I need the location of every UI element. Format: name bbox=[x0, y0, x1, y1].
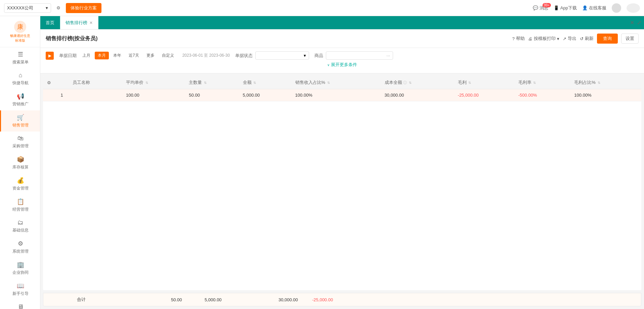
logo-icon: 康 bbox=[13, 20, 27, 34]
avatar[interactable] bbox=[612, 3, 621, 13]
table-settings-button[interactable]: 设置 bbox=[621, 34, 639, 44]
goods-ellipsis-icon[interactable]: ··· bbox=[386, 53, 390, 58]
gross-pct-sort-icon[interactable]: ⇅ bbox=[598, 81, 600, 85]
print-button[interactable]: 🖨 按模板打印 ▾ bbox=[528, 36, 559, 42]
page-header: 销售排行榜(按业务员) ? 帮助 🖨 按模板打印 ▾ ↗ 导出 bbox=[40, 30, 644, 48]
column-settings-icon[interactable]: ⚙ bbox=[47, 80, 51, 85]
sidebar-item-quicknav[interactable]: ⌂ 快捷导航 bbox=[0, 68, 40, 89]
tab-home-label: 首页 bbox=[46, 20, 54, 26]
col-name-label: 员工名称 bbox=[73, 80, 90, 85]
sidebar-item-basicinfo[interactable]: 🗂 基础信息 bbox=[0, 216, 40, 237]
amount-sort-icon[interactable]: ⇅ bbox=[253, 81, 256, 85]
arrow-right-icon: ▶ bbox=[48, 53, 51, 58]
tab-home[interactable]: 首页 bbox=[40, 16, 60, 29]
amount-value: 5,000.00 bbox=[243, 93, 260, 98]
cell-avg-price: 100.00 bbox=[122, 89, 185, 101]
col-qty: 主数量 ⇅ bbox=[185, 76, 239, 89]
cost-sort-icon[interactable]: ⇅ bbox=[409, 81, 412, 85]
export-button[interactable]: ↗ 导出 bbox=[563, 36, 576, 42]
tab-sales-rank[interactable]: 销售排行榜 ✕ bbox=[60, 16, 98, 29]
cell-settings bbox=[43, 89, 55, 101]
date-tab-current-year[interactable]: 本年 bbox=[110, 52, 124, 59]
cell-rank: 1 bbox=[55, 89, 69, 101]
cell-name bbox=[69, 89, 122, 101]
date-tab-last-month[interactable]: 上月 bbox=[79, 52, 93, 59]
goods-filter-group: 商品 ··· bbox=[314, 51, 393, 60]
finance-icon: 💰 bbox=[17, 177, 24, 184]
trial-button[interactable]: 体验行业方案 bbox=[66, 3, 101, 13]
qty-sort-icon[interactable]: ⇅ bbox=[204, 81, 207, 85]
date-tab-more[interactable]: 更多 bbox=[143, 52, 158, 59]
apps-icon: 🖥 bbox=[17, 303, 24, 309]
online-service-btn[interactable]: 👤 在线客服 bbox=[582, 5, 606, 11]
app-download-btn[interactable]: 📱 App下载 bbox=[554, 5, 577, 11]
date-tab-current-month[interactable]: 本月 bbox=[95, 52, 109, 59]
gross-pct-value: 100.00% bbox=[574, 93, 591, 98]
page-content: 销售排行榜(按业务员) ? 帮助 🖨 按模板打印 ▾ ↗ 导出 bbox=[40, 30, 644, 309]
main-layout: 康 畅康通好生意标准版 ☰ 搜索菜单 ⌂ 快捷导航 📢 营销推广 🛒 销售管理 … bbox=[0, 16, 644, 309]
tab-sales-rank-label: 销售排行榜 bbox=[66, 20, 87, 26]
footer-amount: 5,000.00 bbox=[201, 297, 234, 302]
status-select[interactable]: ▾ bbox=[255, 51, 309, 60]
tab-close-icon[interactable]: ✕ bbox=[89, 20, 93, 25]
page-title: 销售排行榜(按业务员) bbox=[46, 35, 512, 42]
logo-text: 畅康通好生意标准版 bbox=[10, 34, 30, 43]
col-gross-label: 毛利 bbox=[458, 80, 467, 85]
data-table: ⚙ 员工名称 平均单价 ⇅ bbox=[43, 76, 641, 101]
date-tab-custom[interactable]: 自定义 bbox=[159, 52, 177, 59]
col-avg-price-label: 平均单价 bbox=[126, 80, 143, 85]
status-filter-group: 单据状态 ▾ bbox=[235, 51, 309, 60]
col-name: 员工名称 bbox=[69, 76, 122, 89]
col-sales-pct-label: 销售收入占比% bbox=[295, 80, 326, 85]
sidebar-item-enterprise[interactable]: 🏢 企业协同 bbox=[0, 258, 40, 279]
avg-price-sort-icon[interactable]: ⇅ bbox=[145, 81, 148, 85]
app-icon: 📱 bbox=[554, 5, 559, 10]
tab-maximize-icon[interactable]: ⤢ bbox=[637, 19, 641, 26]
sidebar-item-system[interactable]: ⚙ 系统管理 bbox=[0, 237, 40, 258]
query-button[interactable]: 查询 bbox=[597, 34, 618, 44]
filter-expand-arrow[interactable]: ▶ bbox=[46, 52, 54, 60]
refresh-button[interactable]: ↺ 刷新 bbox=[580, 36, 594, 42]
date-tab-7days[interactable]: 近7天 bbox=[126, 52, 142, 59]
gross-sort-icon[interactable]: ⇅ bbox=[468, 81, 471, 85]
sidebar-item-apps[interactable]: 🖥 应用中心 bbox=[0, 300, 40, 309]
sidebar-item-finance[interactable]: 💰 资金管理 bbox=[0, 173, 40, 195]
sidebar-item-purchase[interactable]: 🛍 采购管理 bbox=[0, 132, 40, 152]
app-download-label: App下载 bbox=[560, 5, 577, 11]
goods-input[interactable]: ··· bbox=[326, 51, 393, 60]
settings-icon[interactable]: ⚙ bbox=[54, 3, 63, 13]
company-selector[interactable]: XXXXXX公司 ▾ bbox=[4, 3, 51, 13]
table-header: ⚙ 员工名称 平均单价 ⇅ bbox=[43, 76, 641, 89]
table-footer: 合计 50.00 5,000.00 30,000.00 -25,000.00 bbox=[43, 293, 641, 306]
sidebar-item-search[interactable]: ☰ 搜索菜单 bbox=[0, 47, 40, 68]
col-amount-label: 全额 bbox=[243, 80, 252, 85]
sales-pct-value: 100.00% bbox=[295, 93, 312, 98]
sales-pct-sort-icon[interactable]: ⇅ bbox=[327, 81, 330, 85]
gross-rate-sort-icon[interactable]: ⇅ bbox=[533, 81, 536, 85]
col-amount: 全额 ⇅ bbox=[239, 76, 291, 89]
col-settings[interactable]: ⚙ bbox=[43, 76, 55, 89]
sidebar-item-guide[interactable]: 📖 新手引导 bbox=[0, 279, 40, 300]
sidebar-item-inventory[interactable]: 📦 库存核算 bbox=[0, 152, 40, 173]
company-name: XXXXXX公司 bbox=[7, 5, 33, 11]
col-gross-rate: 毛利率 ⇅ bbox=[514, 76, 570, 89]
top-bar: XXXXXX公司 ▾ ⚙ 体验行业方案 💬 消息 99+ 📱 App下载 👤 在… bbox=[0, 0, 644, 16]
col-cost-label: 成本全额 bbox=[385, 80, 402, 85]
tab-minimize-icon[interactable]: ✕ bbox=[630, 19, 634, 26]
sidebar-item-marketing[interactable]: 📢 营销推广 bbox=[0, 89, 40, 110]
cell-gross-pct: 100.00% bbox=[570, 89, 641, 101]
qty-value: 50.00 bbox=[189, 93, 200, 98]
cost-info-icon[interactable]: ⓘ bbox=[403, 81, 407, 85]
message-btn[interactable]: 💬 消息 99+ bbox=[533, 5, 548, 11]
sidebar-item-label: 资金管理 bbox=[12, 186, 29, 191]
user-name-area[interactable] bbox=[627, 3, 640, 13]
sidebar-item-sales[interactable]: 🛒 销售管理 bbox=[0, 110, 40, 132]
help-button[interactable]: ? 帮助 bbox=[512, 36, 525, 42]
expand-more-btn[interactable]: ∨ 展开更多条件 bbox=[46, 60, 639, 70]
operations-icon: 📋 bbox=[17, 198, 24, 205]
expand-more-label: 展开更多条件 bbox=[331, 62, 357, 68]
date-range-display: 2023-06-01 至 2023-06-30 bbox=[182, 53, 230, 58]
sidebar-item-operations[interactable]: 📋 经营管理 bbox=[0, 195, 40, 216]
service-icon: 👤 bbox=[582, 5, 588, 10]
basicinfo-icon: 🗂 bbox=[17, 219, 24, 226]
